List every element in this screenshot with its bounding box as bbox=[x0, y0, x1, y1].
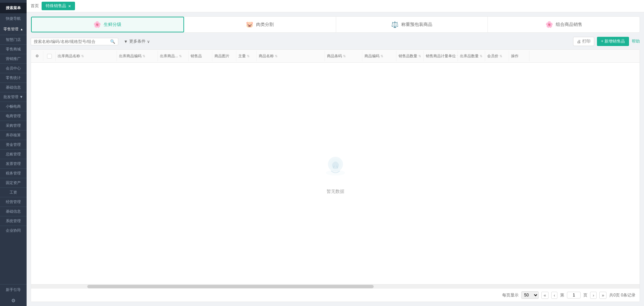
pagination: 每页显示 50 10 20 100 « ‹ 第 页 › » 共0页 0条记录 bbox=[31, 288, 640, 302]
scrollbar-thumb[interactable] bbox=[87, 285, 374, 288]
th-weight[interactable]: 主量 ⇅ bbox=[236, 51, 257, 61]
sidebar-item-smart-store[interactable]: 智慧门店 bbox=[0, 35, 27, 44]
th-settings[interactable]: ⚙ bbox=[31, 51, 43, 61]
category-tab-fresh[interactable]: 🌸 生鲜分级 bbox=[31, 17, 184, 32]
sidebar-item-basic-info[interactable]: 基础信息 bbox=[0, 82, 27, 92]
page-size-select[interactable]: 50 10 20 100 bbox=[521, 291, 539, 299]
sidebar: 搜索菜单 快捷导航 零售管理 ▲ 智慧门店 零售商城 营销推广 会员中心 零售统… bbox=[0, 0, 27, 306]
chevron-down-icon: ∨ bbox=[147, 39, 150, 44]
chevron-icon: ▼ bbox=[19, 95, 23, 99]
print-button[interactable]: 🖨 打印 bbox=[573, 37, 594, 46]
chevron-icon: ▲ bbox=[20, 28, 23, 31]
th-checkbox[interactable] bbox=[43, 51, 56, 61]
th-oqty[interactable]: 出库品数量 ⇅ bbox=[458, 51, 485, 61]
th-sale[interactable]: 销售品 bbox=[189, 51, 212, 61]
sidebar-item-system[interactable]: 系统管理 bbox=[0, 216, 27, 226]
sidebar-item-operations[interactable]: 经营管理 bbox=[0, 197, 27, 206]
sidebar-item-quick-nav[interactable]: 快捷导航 bbox=[0, 13, 27, 24]
th-spec[interactable]: 出库商品... ⇅ bbox=[158, 51, 189, 61]
category-tabs: 🌸 生鲜分级 🐷 肉类分割 ⚖️ 称重预包装商品 🌸 组合商品销售 bbox=[31, 16, 640, 33]
filter-button[interactable]: ▼ 更多条件 ∨ bbox=[121, 37, 153, 46]
sort-icon: ⇅ bbox=[275, 54, 278, 58]
first-page-button[interactable]: « bbox=[541, 292, 549, 299]
prev-page-button[interactable]: ‹ bbox=[551, 292, 557, 299]
category-tab-fresh-label: 生鲜分级 bbox=[104, 21, 121, 28]
empty-text: 暂无数据 bbox=[327, 188, 344, 195]
sort-icon: ⇅ bbox=[499, 54, 502, 58]
sidebar-item-marketing[interactable]: 营销推广 bbox=[0, 54, 27, 63]
th-price[interactable]: 会员价 ⇅ bbox=[485, 51, 509, 61]
th-barcode[interactable]: 商品条码 ⇅ bbox=[325, 51, 362, 61]
home-link[interactable]: 首页 bbox=[31, 3, 39, 9]
help-button[interactable]: 帮助 bbox=[632, 39, 640, 44]
category-tab-meat-label: 肉类分割 bbox=[256, 21, 274, 28]
sidebar-item-retail[interactable]: 零售管理 ▲ bbox=[0, 24, 27, 34]
sidebar-search[interactable]: 搜索菜单 bbox=[0, 3, 27, 13]
last-page-button[interactable]: » bbox=[599, 292, 606, 299]
active-tab[interactable]: 特殊销售品 × bbox=[42, 2, 75, 10]
th-gname[interactable]: 商品名称 ⇅ bbox=[257, 51, 325, 61]
sort-icon: ⇅ bbox=[247, 54, 250, 58]
sort-icon: ⇅ bbox=[81, 54, 84, 58]
sort-icon: ⇅ bbox=[418, 54, 421, 58]
sidebar-item-purchase[interactable]: 采购管理 bbox=[0, 121, 27, 130]
th-product-code[interactable]: 出库商品编码 ⇅ bbox=[117, 51, 158, 61]
page-label-before: 第 bbox=[560, 292, 564, 298]
total-info: 共0页 0条记录 bbox=[609, 292, 635, 298]
tab-label: 特殊销售品 bbox=[46, 3, 66, 9]
search-wrap: 🔍 bbox=[31, 38, 118, 45]
sidebar-item-wholesale[interactable]: 批发管理 ▼ bbox=[0, 92, 27, 102]
th-img: 商品图片 bbox=[212, 51, 236, 61]
sidebar-item-fixed-asset[interactable]: 固定资产 bbox=[0, 178, 27, 187]
sidebar-item-salary[interactable]: 工资 bbox=[0, 187, 27, 197]
next-page-button[interactable]: › bbox=[590, 292, 596, 299]
sidebar-item-newbie[interactable]: 新手引导 bbox=[0, 284, 27, 295]
print-icon: 🖨 bbox=[577, 39, 581, 44]
sidebar-item-ecommerce-small[interactable]: 小畅电商 bbox=[0, 102, 27, 111]
page-label-after: 页 bbox=[583, 292, 587, 298]
empty-illustration bbox=[322, 152, 349, 184]
th-gcode[interactable]: 商品编码 ⇅ bbox=[362, 51, 396, 61]
category-tab-meat[interactable]: 🐷 肉类分割 bbox=[184, 17, 336, 32]
th-sqty[interactable]: 销售品数量 ⇅ bbox=[396, 51, 424, 61]
toolbar: 🔍 ▼ 更多条件 ∨ 🖨 打印 + 新增销售品 帮助 bbox=[31, 37, 640, 46]
sidebar-item-invoice[interactable]: 发票管理 bbox=[0, 159, 27, 168]
th-sunit[interactable]: 销售商品计量单位 ⇅ bbox=[424, 51, 458, 61]
search-icon[interactable]: 🔍 bbox=[110, 39, 115, 44]
toolbar-left: 🔍 ▼ 更多条件 ∨ bbox=[31, 37, 153, 46]
sidebar-item-retail-mall[interactable]: 零售商城 bbox=[0, 44, 27, 54]
select-all-checkbox[interactable] bbox=[47, 54, 52, 59]
page-number-input[interactable] bbox=[567, 292, 581, 299]
sidebar-settings-icon[interactable]: ⚙ bbox=[0, 295, 27, 306]
filter-label: 更多条件 bbox=[129, 39, 146, 44]
add-label: + 新增销售品 bbox=[601, 39, 625, 44]
sidebar-item-ledger[interactable]: 总账管理 bbox=[0, 149, 27, 159]
add-sale-item-button[interactable]: + 新增销售品 bbox=[597, 37, 629, 46]
th-op: 操作 bbox=[509, 51, 529, 61]
horizontal-scrollbar[interactable] bbox=[31, 284, 640, 288]
category-tab-weigh[interactable]: ⚖️ 称重预包装商品 bbox=[336, 17, 488, 32]
category-tab-combo-label: 组合商品销售 bbox=[556, 21, 582, 28]
sidebar-item-tax[interactable]: 税务管理 bbox=[0, 168, 27, 178]
sort-icon: ⇅ bbox=[179, 54, 182, 58]
empty-state: 暂无数据 bbox=[31, 63, 640, 284]
sidebar-item-capital[interactable]: 资金管理 bbox=[0, 140, 27, 149]
topbar: 首页 特殊销售品 × bbox=[27, 0, 644, 12]
sidebar-item-basic-info2[interactable]: 基础信息 bbox=[0, 206, 27, 216]
sidebar-item-ecommerce-mgmt[interactable]: 电商管理 bbox=[0, 111, 27, 121]
weigh-icon: ⚖️ bbox=[391, 21, 399, 28]
th-product-name[interactable]: 出库商品名称 ⇅ bbox=[56, 51, 117, 61]
sort-icon: ⇅ bbox=[343, 54, 346, 58]
sort-icon: ⇅ bbox=[143, 54, 145, 58]
meat-icon: 🐷 bbox=[246, 21, 253, 28]
tab-close-button[interactable]: × bbox=[68, 4, 71, 9]
sort-icon: ⇅ bbox=[380, 54, 383, 58]
sidebar-item-enterprise[interactable]: 企业协同 bbox=[0, 226, 27, 235]
category-tab-combo[interactable]: 🌸 组合商品销售 bbox=[488, 17, 640, 32]
sidebar-item-member[interactable]: 会员中心 bbox=[0, 63, 27, 73]
fresh-icon: 🌸 bbox=[93, 21, 101, 28]
sidebar-item-retail-stats[interactable]: 零售统计 bbox=[0, 73, 27, 82]
sort-icon: ⇅ bbox=[480, 54, 482, 58]
search-input[interactable] bbox=[34, 39, 109, 44]
sidebar-item-inventory[interactable]: 库存核算 bbox=[0, 130, 27, 140]
